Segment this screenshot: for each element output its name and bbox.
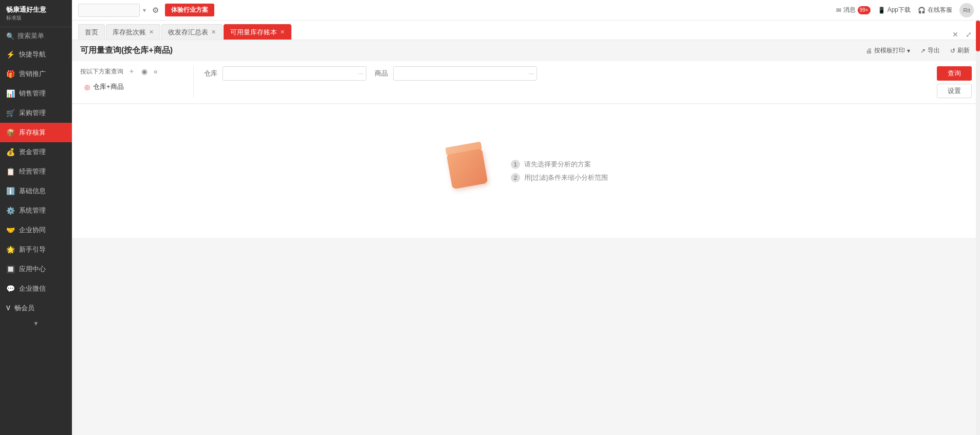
message-icon: ✉	[836, 7, 841, 14]
breadcrumb-input[interactable]	[78, 4, 140, 17]
app-name: 畅康通好生意	[6, 5, 66, 14]
scheme-icon: ◎	[84, 83, 90, 91]
sidebar-item-label: 资金管理	[19, 147, 46, 157]
tab-batch-ledger[interactable]: 库存批次账 ✕	[106, 24, 160, 40]
maximize-window-button[interactable]: ⤢	[964, 29, 974, 40]
close-window-button[interactable]: ✕	[950, 29, 960, 40]
tab-bar: 首页 库存批次账 ✕ 收发存汇总表 ✕ 可用量库存账本 ✕ ✕ ⤢	[72, 21, 980, 40]
scheme-settings-icon-button[interactable]: ◉	[140, 67, 149, 76]
sidebar-search[interactable]: 🔍 搜索菜单	[0, 27, 72, 45]
sidebar-item-label: 采购管理	[19, 108, 46, 118]
search-icon: 🔍	[6, 32, 14, 40]
tab-label: 库存批次账	[113, 28, 146, 37]
product-more-icon[interactable]: ···	[529, 70, 534, 77]
hint-item-1: 1 请先选择要分析的方案	[511, 160, 608, 169]
refresh-label: 刷新	[957, 46, 970, 55]
close-tab-icon[interactable]: ✕	[280, 29, 285, 35]
empty-hints: 1 请先选择要分析的方案 2 用[过滤]条件来缩小分析范围	[511, 160, 608, 182]
tab-receipt-summary[interactable]: 收发存汇总表 ✕	[161, 24, 223, 40]
product-label: 商品	[375, 69, 390, 78]
sidebar-item-basic-info[interactable]: ℹ️ 基础信息	[0, 181, 72, 201]
close-tab-icon[interactable]: ✕	[149, 29, 154, 35]
top-header: ▾ ⚙ 体验行业方案 ✉ 消息 99+ 📱 App下载 🎧 在线客服 Rit	[72, 0, 980, 21]
inventory-icon: 📦	[6, 128, 15, 137]
add-scheme-button[interactable]: ＋	[126, 66, 137, 77]
sidebar-scroll-down[interactable]: ▼	[0, 318, 72, 329]
message-item[interactable]: ✉ 消息 99+	[836, 6, 871, 14]
sidebar-item-wechat[interactable]: 💬 企业微信	[0, 279, 72, 298]
tab-label: 收发存汇总表	[168, 28, 208, 37]
user-avatar[interactable]: Rit	[959, 3, 974, 17]
sidebar-item-finance[interactable]: 💰 资金管理	[0, 142, 72, 162]
box-shape	[446, 147, 488, 189]
export-label: 导出	[928, 46, 940, 55]
refresh-button[interactable]: ↺ 刷新	[948, 45, 972, 56]
page-title: 可用量查询(按仓库+商品)	[80, 45, 173, 56]
sidebar-item-quick-nav[interactable]: ⚡ 快捷导航	[0, 45, 72, 64]
app-version: 标准版	[6, 14, 66, 22]
filter-area: 按以下方案查询 ＋ ◉ « ◎ 仓库+商品 仓库	[72, 61, 980, 104]
sidebar-item-inventory[interactable]: 📦 库存核算	[0, 123, 72, 142]
filter-divider	[193, 66, 194, 98]
product-input-wrap: ···	[393, 66, 537, 81]
scheme-header-label: 按以下方案查询	[80, 67, 123, 76]
close-tab-icon[interactable]: ✕	[211, 29, 216, 35]
sidebar-item-label: 销售管理	[19, 89, 46, 98]
enterprise-icon: 🤝	[6, 226, 15, 234]
gear-button[interactable]: ⚙	[149, 5, 162, 16]
sidebar-item-app-center[interactable]: 🔲 应用中心	[0, 259, 72, 279]
breadcrumb-chevron-icon[interactable]: ▾	[143, 7, 146, 14]
sidebar-item-operations[interactable]: 📋 经营管理	[0, 162, 72, 181]
sidebar-item-enterprise[interactable]: 🤝 企业协同	[0, 220, 72, 240]
online-service-label: 在线客服	[928, 6, 952, 14]
filter-settings-button[interactable]: 设置	[937, 84, 972, 98]
filter-schemes: 按以下方案查询 ＋ ◉ « ◎ 仓库+商品	[80, 66, 183, 94]
sidebar-item-member[interactable]: V 畅会员	[0, 298, 72, 318]
sidebar-item-marketing[interactable]: 🎁 营销推广	[0, 64, 72, 84]
filter-row: 仓库 ··· 商品 ···	[204, 66, 922, 81]
sidebar-item-sales[interactable]: 📊 销售管理	[0, 84, 72, 103]
print-label: 按模板打印	[874, 46, 905, 55]
sidebar-item-label: 快捷导航	[19, 50, 46, 59]
sidebar-item-label: 经营管理	[19, 167, 46, 176]
breadcrumb-area: ▾ ⚙ 体验行业方案	[78, 4, 836, 17]
sidebar-item-label: 营销推广	[19, 69, 46, 79]
sidebar-item-system[interactable]: ⚙️ 系统管理	[0, 201, 72, 220]
hint-num-2: 2	[511, 173, 520, 182]
product-filter-field: 商品 ···	[375, 66, 537, 81]
scrollbar-thumb[interactable]	[976, 21, 980, 51]
hint-num-1: 1	[511, 160, 520, 169]
quick-nav-icon: ⚡	[6, 50, 15, 59]
printer-icon: 🖨	[866, 47, 872, 54]
sidebar-item-purchase[interactable]: 🛒 采购管理	[0, 103, 72, 123]
hint-text-2: 用[过滤]条件来缩小分析范围	[524, 173, 608, 182]
sidebar-item-newbie[interactable]: 🌟 新手引导	[0, 240, 72, 259]
online-service-item[interactable]: 🎧 在线客服	[918, 6, 952, 14]
hint-item-2: 2 用[过滤]条件来缩小分析范围	[511, 173, 608, 182]
empty-state: 1 请先选择要分析的方案 2 用[过滤]条件来缩小分析范围	[72, 104, 980, 238]
filter-fields: 仓库 ··· 商品 ···	[204, 66, 922, 81]
sidebar: 畅康通好生意 标准版 🔍 搜索菜单 ⚡ 快捷导航 🎁 营销推广 📊 销售管理 🛒…	[0, 0, 72, 435]
page-header: 可用量查询(按仓库+商品) 🖨 按模板打印 ▾ ↗ 导出 ↺ 刷新	[72, 40, 980, 61]
product-input[interactable]	[393, 66, 537, 81]
query-button[interactable]: 查询	[937, 66, 972, 81]
message-label: 消息	[843, 6, 856, 14]
app-center-icon: 🔲	[6, 265, 15, 273]
trial-button[interactable]: 体验行业方案	[165, 4, 214, 16]
wechat-icon: 💬	[6, 285, 15, 293]
app-logo: 畅康通好生意 标准版	[0, 0, 72, 27]
scheme-item-warehouse-product[interactable]: ◎ 仓库+商品	[80, 80, 183, 94]
app-download-item[interactable]: 📱 App下载	[878, 6, 911, 14]
basic-info-icon: ℹ️	[6, 187, 15, 195]
app-download-label: App下载	[887, 6, 911, 14]
hint-text-1: 请先选择要分析的方案	[524, 160, 591, 169]
tab-available-ledger[interactable]: 可用量库存账本 ✕	[224, 24, 291, 40]
warehouse-input[interactable]	[223, 66, 366, 81]
export-button[interactable]: ↗ 导出	[918, 45, 942, 56]
headset-icon: 🎧	[918, 7, 926, 14]
sidebar-item-label: 企业微信	[19, 284, 46, 293]
collapse-schemes-button[interactable]: «	[152, 67, 159, 76]
print-button[interactable]: 🖨 按模板打印 ▾	[864, 45, 912, 56]
tab-home[interactable]: 首页	[78, 24, 105, 40]
warehouse-more-icon[interactable]: ···	[358, 70, 363, 77]
